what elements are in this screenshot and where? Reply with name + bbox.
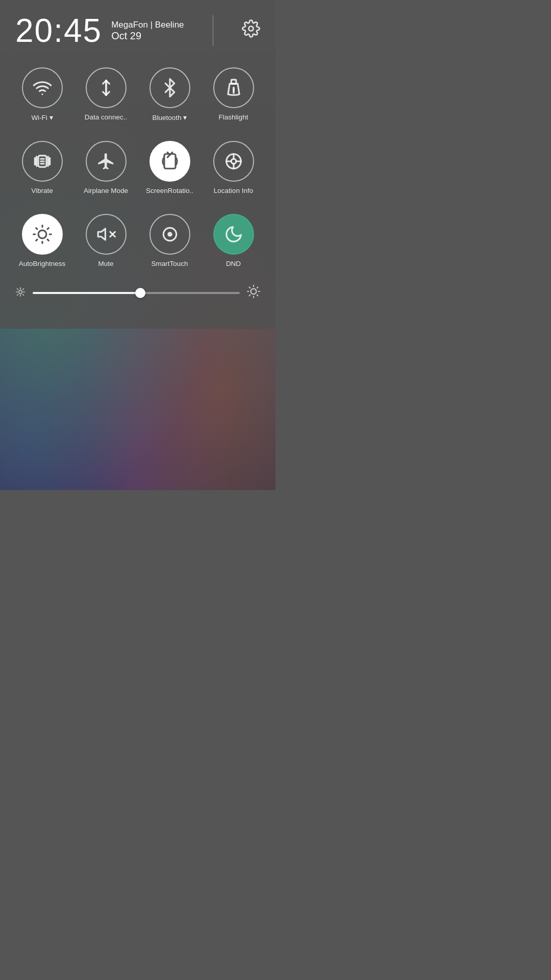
- brightness-row: [0, 275, 276, 313]
- brightness-slider-track[interactable]: [33, 292, 240, 294]
- toggle-circle-vibrate: [22, 141, 63, 182]
- brightness-min-icon: [15, 287, 26, 300]
- brightness-max-icon: [247, 285, 260, 301]
- toggle-label-smarttouch: SmartTouch: [151, 260, 188, 267]
- wallpaper-area: [0, 329, 276, 490]
- toggle-circle-wifi: [22, 67, 63, 108]
- toggle-label-airplane: Airplane Mode: [84, 187, 128, 194]
- svg-point-21: [38, 230, 46, 238]
- toggle-label-bluetooth: Bluetooth ▾: [153, 113, 187, 121]
- svg-point-44: [251, 289, 257, 295]
- toggle-grid-row1: Wi-Fi ▾ Data connec.. Bluetooth ▾: [0, 55, 276, 129]
- svg-line-25: [47, 239, 48, 240]
- svg-line-42: [17, 294, 18, 295]
- svg-line-29: [47, 228, 48, 229]
- toggle-circle-brightness: [22, 214, 63, 255]
- svg-line-51: [249, 295, 251, 296]
- toggle-circle-smarttouch: [149, 214, 190, 255]
- date-carrier-section: MegaFon | Beeline Oct 29: [111, 20, 184, 42]
- toggle-dnd[interactable]: DND: [202, 207, 265, 275]
- svg-point-5: [233, 92, 234, 94]
- toggle-airplane[interactable]: Airplane Mode: [74, 134, 138, 202]
- toggle-grid-row3: AutoBrightness Mute SmartTouch: [0, 202, 276, 275]
- toggle-label-wifi: Wi-Fi ▾: [31, 113, 53, 121]
- svg-point-34: [167, 232, 172, 237]
- toggle-label-rotation: ScreenRotatio..: [146, 187, 193, 194]
- toggle-rotation[interactable]: ScreenRotatio..: [138, 134, 202, 202]
- toggle-wifi[interactable]: Wi-Fi ▾: [10, 60, 74, 129]
- time-section: 20:45 MegaFon | Beeline Oct 29: [15, 14, 184, 47]
- date-text: Oct 29: [111, 30, 184, 42]
- toggle-label-mute: Mute: [98, 260, 113, 267]
- brightness-slider-thumb[interactable]: [135, 288, 145, 298]
- toggle-label-data: Data connec..: [85, 113, 127, 121]
- toggle-circle-rotation: [149, 141, 190, 182]
- toggle-mute[interactable]: Mute: [74, 207, 138, 275]
- clock-time: 20:45: [15, 14, 102, 47]
- toggle-label-location: Location Info: [214, 187, 253, 194]
- svg-point-0: [249, 27, 254, 31]
- svg-line-47: [249, 287, 251, 288]
- quick-settings-panel: 20:45 MegaFon | Beeline Oct 29: [0, 0, 276, 329]
- toggle-circle-location: [213, 141, 254, 182]
- svg-line-28: [36, 239, 37, 240]
- svg-point-1: [41, 93, 43, 95]
- toggle-circle-flashlight: [213, 67, 254, 108]
- header-divider: [213, 15, 213, 46]
- settings-icon[interactable]: [242, 19, 260, 42]
- status-header: 20:45 MegaFon | Beeline Oct 29: [0, 0, 276, 55]
- svg-rect-14: [164, 154, 175, 169]
- toggle-smarttouch[interactable]: SmartTouch: [138, 207, 202, 275]
- svg-point-35: [19, 290, 22, 293]
- svg-line-48: [257, 295, 258, 296]
- toggle-circle-dnd: [213, 214, 254, 255]
- toggle-data[interactable]: Data connec..: [74, 60, 138, 129]
- toggle-autobrightness[interactable]: AutoBrightness: [10, 207, 74, 275]
- toggle-grid-row2: Vibrate Airplane Mode: [0, 129, 276, 202]
- toggle-label-brightness: AutoBrightness: [19, 260, 66, 267]
- toggle-circle-data: [86, 67, 127, 108]
- svg-line-52: [257, 287, 258, 288]
- toggle-label-vibrate: Vibrate: [31, 187, 53, 194]
- toggle-vibrate[interactable]: Vibrate: [10, 134, 74, 202]
- svg-line-39: [23, 294, 24, 295]
- toggle-label-flashlight: Flashlight: [219, 113, 248, 121]
- brightness-slider-fill: [33, 292, 140, 294]
- toggle-circle-mute: [86, 214, 127, 255]
- carrier-text: MegaFon | Beeline: [111, 20, 184, 30]
- toggle-location[interactable]: Location Info: [202, 134, 265, 202]
- svg-line-43: [23, 288, 24, 289]
- svg-line-24: [36, 228, 37, 229]
- toggle-bluetooth[interactable]: Bluetooth ▾: [138, 60, 202, 129]
- toggle-label-dnd: DND: [226, 260, 241, 267]
- toggle-flashlight[interactable]: Flashlight: [202, 60, 265, 129]
- svg-marker-30: [98, 229, 105, 240]
- toggle-circle-airplane: [86, 141, 127, 182]
- svg-line-38: [17, 288, 18, 289]
- toggle-circle-bluetooth: [149, 67, 190, 108]
